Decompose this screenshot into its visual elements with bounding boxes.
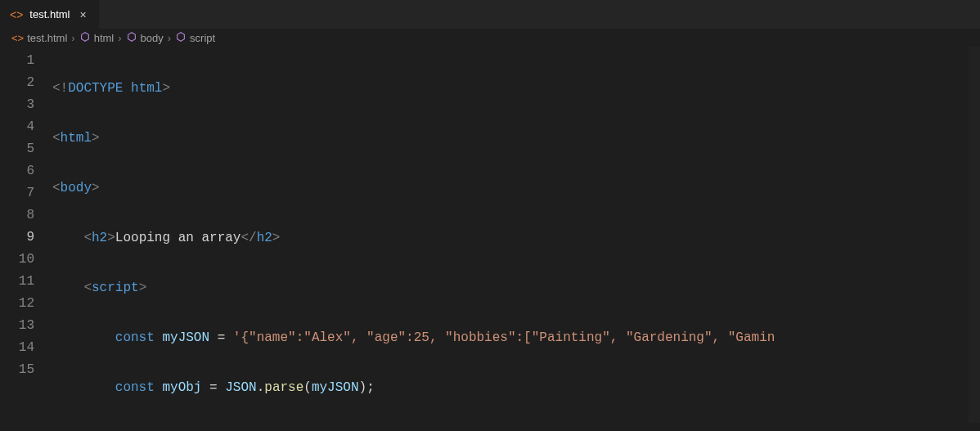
chevron-right-icon: › [168, 32, 171, 44]
editor[interactable]: 1 2 3 4 5 6 7 8 9 10 11 12 13 14 15 <!DO… [0, 47, 980, 431]
chevron-right-icon: › [118, 32, 121, 44]
code-line[interactable]: const myJSON = '{"name":"Alex", "age":25… [52, 327, 980, 349]
breadcrumb-file-label: test.html [27, 32, 67, 44]
breadcrumb-body[interactable]: body [126, 31, 164, 45]
tabs-bar: <> test.html × [0, 0, 980, 29]
line-number: 3 [0, 94, 34, 116]
close-icon[interactable]: × [76, 8, 89, 21]
line-number: 5 [0, 138, 34, 160]
code-line[interactable]: <html> [52, 128, 980, 150]
line-number: 13 [0, 315, 34, 337]
code-line[interactable]: <script> [52, 277, 980, 299]
line-number: 7 [0, 182, 34, 204]
breadcrumb-label: body [141, 32, 164, 44]
minimap[interactable] [969, 47, 980, 423]
code-area[interactable]: <!DOCTYPE html> <html> <body> <h2>Loopin… [52, 47, 980, 431]
breadcrumb-html[interactable]: html [79, 31, 115, 45]
symbol-icon [126, 31, 137, 45]
line-number: 11 [0, 271, 34, 293]
line-number: 8 [0, 204, 34, 227]
line-number-gutter: 1 2 3 4 5 6 7 8 9 10 11 12 13 14 15 [0, 47, 52, 431]
tab-test-html[interactable]: <> test.html × [0, 0, 99, 29]
line-number: 2 [0, 72, 34, 94]
line-number: 15 [0, 359, 34, 381]
line-number: 4 [0, 116, 34, 138]
html-file-icon: <> [10, 8, 23, 21]
line-number: 6 [0, 160, 34, 182]
line-number: 9 [0, 227, 34, 249]
horizontal-scrollbar[interactable] [105, 423, 969, 431]
breadcrumb-label: html [94, 32, 115, 44]
line-number: 14 [0, 337, 34, 359]
html-file-icon: <> [11, 32, 24, 44]
breadcrumb-file[interactable]: <> test.html [11, 32, 67, 44]
symbol-icon [175, 31, 187, 45]
code-line[interactable]: <h2>Looping an array</h2> [52, 227, 980, 249]
line-number: 1 [0, 50, 34, 72]
breadcrumbs: <> test.html › html › body › script [0, 29, 980, 47]
chevron-right-icon: › [71, 32, 74, 44]
line-number: 12 [0, 293, 34, 315]
code-line[interactable]: const myObj = JSON.parse(myJSON); [52, 377, 980, 399]
line-number: 10 [0, 249, 34, 271]
tab-filename: test.html [29, 8, 70, 20]
code-line[interactable]: <body> [52, 177, 980, 200]
code-line[interactable]: <!DOCTYPE html> [52, 78, 980, 100]
symbol-icon [79, 31, 91, 45]
breadcrumb-label: script [190, 32, 215, 44]
breadcrumb-script[interactable]: script [175, 31, 215, 45]
